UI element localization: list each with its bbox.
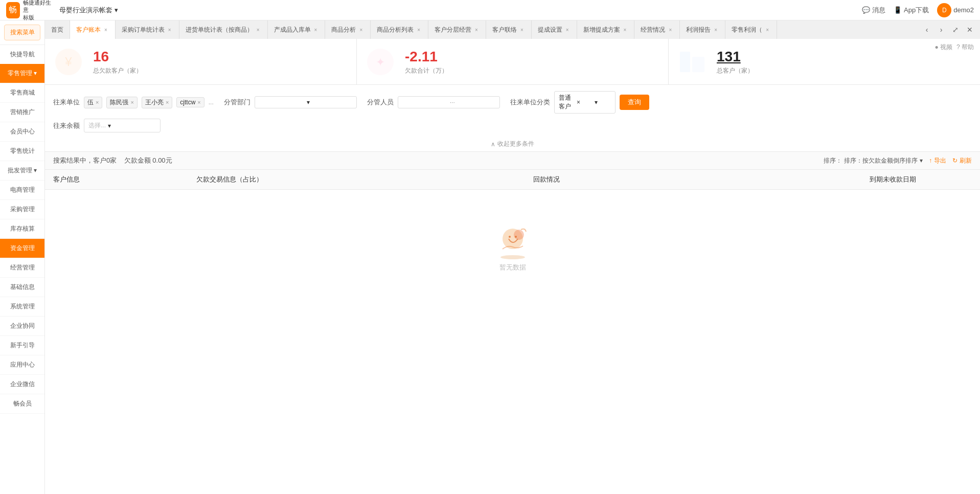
tab-retail-profit[interactable]: 零售利润（ ×: [725, 20, 777, 39]
tab-close-operations[interactable]: ×: [667, 27, 673, 33]
stat-label-total: 总客户（家）: [717, 66, 754, 75]
chevron-down-icon-dept: ▾: [307, 99, 352, 106]
tab-close-commission-settings[interactable]: ×: [564, 27, 571, 33]
remove-tag-unit-2[interactable]: ×: [130, 99, 133, 105]
message-button[interactable]: 💬 消息: [862, 6, 885, 15]
result-actions: 排序： 排序：按欠款金额倒序排序 ▾ ↑ 导出 ↻ 刷新: [824, 156, 972, 165]
collapse-filters-btn[interactable]: ∧ 收起更多条件: [53, 138, 972, 151]
tab-close-customer-ledger[interactable]: ×: [103, 27, 109, 33]
sidebar-item-basic-info[interactable]: 基础信息: [0, 278, 44, 297]
stat-total-debt-amount: ✦ -2.11 欠款合计（万）: [357, 39, 669, 84]
sidebar-item-marketing[interactable]: 营销推广: [0, 103, 44, 122]
tab-product-analysis-list[interactable]: 商品分析列表 ×: [371, 20, 428, 39]
tab-home[interactable]: 首页: [45, 20, 70, 39]
tab-maximize[interactable]: ⤢: [949, 24, 962, 36]
tab-close-purchase-order[interactable]: ×: [167, 27, 173, 33]
stat-label-customers: 总欠款客户（家）: [93, 66, 142, 75]
result-text: 搜索结果中，客户0家 欠款金额 0.00元: [53, 156, 172, 165]
svg-point-8: [514, 230, 524, 240]
dept-select[interactable]: ▾: [255, 96, 357, 108]
tab-close-retail-profit[interactable]: ×: [764, 27, 770, 33]
filter-tag-unit-2[interactable]: 陈民强 ×: [106, 97, 137, 108]
svg-point-6: [500, 255, 525, 259]
filter-tag-unit-3[interactable]: 王小亮 ×: [142, 97, 172, 108]
tab-product-analysis[interactable]: 商品分析 ×: [325, 20, 371, 39]
tab-close-profit-report[interactable]: ×: [713, 27, 719, 33]
remove-tag-unit-4[interactable]: ×: [197, 99, 200, 105]
sort-select[interactable]: 排序： 排序：按欠款金额倒序排序 ▾: [824, 156, 923, 165]
remove-tag-unit-3[interactable]: ×: [166, 99, 169, 105]
remove-tag-unit-1[interactable]: ×: [96, 99, 99, 105]
sidebar-item-onboarding[interactable]: 新手引导: [0, 336, 44, 355]
sidebar-item-purchase[interactable]: 采购管理: [0, 200, 44, 219]
sidebar-item-membership[interactable]: 会员中心: [0, 122, 44, 142]
tab-close-all[interactable]: ✕: [964, 24, 976, 36]
sidebar-quick-nav[interactable]: 快捷导航: [0, 45, 44, 64]
filter-more-units[interactable]: ...: [209, 99, 214, 106]
tab-commission-settings[interactable]: 提成设置 ×: [532, 20, 577, 39]
sidebar-item-vip[interactable]: 畅会员: [0, 394, 44, 414]
filter-tag-unit-1[interactable]: 伍 ×: [84, 97, 102, 108]
search-menu-button[interactable]: 搜索菜单: [4, 25, 40, 40]
top-bar: 畅 畅捷通好生意 标版 母婴行业演示帐套 ▾ 💬 消息 📱 App下载 D de…: [0, 0, 980, 20]
tab-close-purchase-stats[interactable]: ×: [255, 27, 261, 33]
svg-point-10: [515, 236, 517, 238]
tab-close-product-instock[interactable]: ×: [313, 27, 319, 33]
category-select[interactable]: 普通客户 × ▾: [554, 91, 616, 114]
tab-close-customer-seg[interactable]: ×: [473, 27, 480, 33]
table-header: 客户信息 欠款交易信息（占比） 回款情况 到期未收款日期: [45, 170, 980, 190]
tab-close-new-commission[interactable]: ×: [622, 27, 628, 33]
tab-scroll-right[interactable]: ›: [935, 24, 947, 36]
tab-customer-contact[interactable]: 客户联络 ×: [486, 20, 532, 39]
avatar: D: [937, 3, 951, 17]
tab-new-commission-plan[interactable]: 新增提成方案 ×: [577, 20, 635, 39]
tab-scroll-left[interactable]: ‹: [921, 24, 933, 36]
remove-category-tag[interactable]: ×: [577, 99, 592, 106]
stat-number-customers: 16: [93, 48, 142, 65]
sidebar-item-system-mgmt[interactable]: 系统管理: [0, 297, 44, 317]
query-button[interactable]: 查询: [620, 95, 649, 110]
help-link[interactable]: ? 帮助: [956, 43, 974, 52]
tab-close-product-analysis-list[interactable]: ×: [416, 27, 422, 33]
tab-close-customer-contact[interactable]: ×: [519, 27, 525, 33]
logo-icon: 畅: [6, 2, 20, 18]
tab-profit-report[interactable]: 利润报告 ×: [680, 20, 725, 39]
person-select[interactable]: ···: [398, 96, 500, 108]
tab-customer-segmentation[interactable]: 客户分层经营 ×: [428, 20, 486, 39]
app-download-button[interactable]: 📱 App下载: [894, 6, 929, 15]
user-menu[interactable]: D demo2: [937, 3, 974, 17]
export-icon: ↑: [929, 157, 932, 164]
export-button[interactable]: ↑ 导出: [929, 156, 946, 165]
tab-product-instock[interactable]: 产成品入库单 ×: [268, 20, 326, 39]
refresh-icon: ↻: [952, 157, 958, 164]
tab-purchase-stats-product[interactable]: 进货单统计表（按商品） ×: [179, 20, 268, 39]
tab-operations[interactable]: 经营情况 ×: [634, 20, 680, 39]
video-link[interactable]: ● 视频: [935, 43, 952, 52]
filter-tag-unit-4[interactable]: cjttcw ×: [176, 97, 204, 107]
filter-area: 往来单位 伍 × 陈民强 × 王小亮 × cjttcw × ... 分管部门 ▾: [45, 85, 980, 152]
filter-label-person: 分管人员: [367, 98, 394, 107]
sidebar-item-ecommerce[interactable]: 电商管理: [0, 181, 44, 200]
more-icon-person: ···: [450, 99, 495, 106]
tab-customer-ledger[interactable]: 客户账本 ×: [70, 20, 116, 39]
sidebar-item-retail-mgmt[interactable]: 零售管理 ▾: [0, 64, 44, 83]
message-icon: 💬: [862, 6, 870, 14]
sidebar-item-operations[interactable]: 经营管理: [0, 258, 44, 278]
sidebar-item-retail-stats[interactable]: 零售统计: [0, 142, 44, 161]
sidebar-item-enterprise-collab[interactable]: 企业协同: [0, 317, 44, 336]
stat-number-total[interactable]: 131: [717, 48, 754, 65]
sidebar-item-finance[interactable]: 资金管理: [0, 239, 44, 258]
tab-purchase-order-stats[interactable]: 采购订单统计表 ×: [116, 20, 179, 39]
sidebar-item-app-center[interactable]: 应用中心: [0, 355, 44, 375]
filter-row-1: 往来单位 伍 × 陈民强 × 王小亮 × cjttcw × ... 分管部门 ▾: [53, 91, 972, 114]
sidebar-item-wholesale-mgmt[interactable]: 批发管理 ▾: [0, 161, 44, 181]
sidebar-item-enterprise-wechat[interactable]: 企业微信: [0, 375, 44, 394]
tab-close-product-analysis[interactable]: ×: [358, 27, 364, 33]
tab-bar: 首页 客户账本 × 采购订单统计表 × 进货单统计表（按商品） × 产成品入库单…: [45, 20, 980, 39]
balance-input[interactable]: 选择... ▾: [84, 119, 161, 132]
sidebar-item-inventory[interactable]: 库存核算: [0, 219, 44, 239]
download-icon: 📱: [894, 6, 902, 14]
store-selector[interactable]: 母婴行业演示帐套 ▾: [55, 4, 122, 17]
refresh-button[interactable]: ↻ 刷新: [952, 156, 972, 165]
sidebar-item-retail-mall[interactable]: 零售商城: [0, 83, 44, 103]
